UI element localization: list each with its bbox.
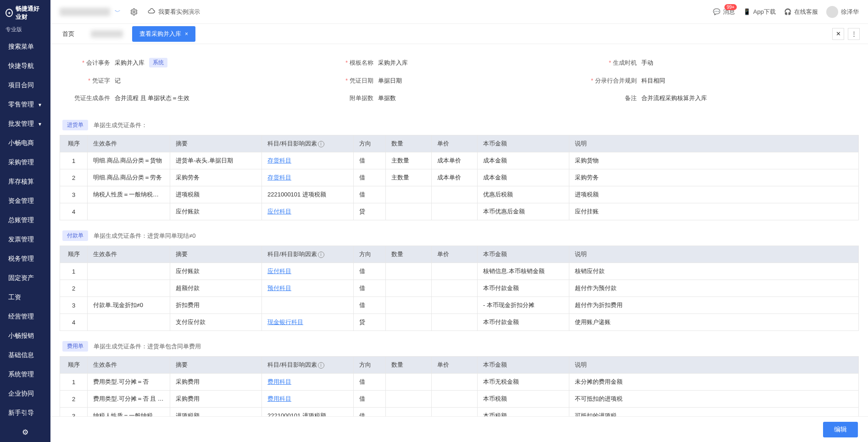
info-icon[interactable]: i xyxy=(318,141,324,147)
settings-gear-icon[interactable]: ⚙ xyxy=(0,422,50,442)
brand-edition: 专业版 xyxy=(0,26,50,37)
sidebar-item-0[interactable]: 搜索菜单 xyxy=(0,37,50,56)
cell-account: 费用科目 xyxy=(262,391,354,408)
table-row: 4应付账款应付科目贷本币优惠后金额应付挂账 xyxy=(60,203,859,220)
cloud-icon xyxy=(147,7,156,17)
footer-bar: 编辑 xyxy=(50,416,868,442)
account-link[interactable]: 存货科目 xyxy=(267,157,291,164)
tab-view-purchase-inbound[interactable]: 查看采购并入库 × xyxy=(132,26,195,42)
sidebar-item-2[interactable]: 项目合同 xyxy=(0,76,50,95)
tab-home[interactable]: 首页 xyxy=(55,26,82,42)
cell-dir: 借 xyxy=(354,169,386,186)
cell-amount: 本币付款金额 xyxy=(478,280,569,297)
cell-qty xyxy=(386,263,432,280)
sidebar-item-6[interactable]: 采购管理 xyxy=(0,153,50,172)
sidebar-item-11[interactable]: 税务管理 xyxy=(0,249,50,269)
cell-account: 应付科目 xyxy=(262,263,354,280)
account-link[interactable]: 应付科目 xyxy=(267,268,291,274)
gear-outline-icon[interactable] xyxy=(129,7,139,17)
cell-seq: 2 xyxy=(60,391,88,408)
tab-blurred[interactable] xyxy=(83,27,130,41)
cell-summary: 折扣费用 xyxy=(170,297,262,314)
cell-account: 现金银行科目 xyxy=(262,314,354,331)
brand-block: ✦ 畅捷通好业财 xyxy=(0,0,50,26)
cell-summary: 采购劳务 xyxy=(170,169,262,186)
account-link[interactable]: 存货科目 xyxy=(267,174,291,181)
cell-price xyxy=(432,408,478,417)
sidebar-item-7[interactable]: 库存核算 xyxy=(0,172,50,191)
messages-button[interactable]: 💬 消息 99+ xyxy=(713,8,735,16)
content-scroll[interactable]: *会计事务 采购并入库 系统 *模板名称 采购并入库 *生成时机 手动 *凭证字… xyxy=(50,44,868,416)
tab-close-all-button[interactable]: ✕ xyxy=(832,28,844,40)
f6-label: 分录行合并规则 xyxy=(595,77,637,84)
edit-button[interactable]: 编辑 xyxy=(823,422,858,437)
cell-desc: 核销应付款 xyxy=(569,263,859,280)
cell-account xyxy=(262,297,354,314)
cell-seq: 1 xyxy=(60,152,88,169)
info-icon[interactable]: i xyxy=(318,252,324,258)
cell-desc: 超付作为折扣费用 xyxy=(569,297,859,314)
th-cond: 生效条件 xyxy=(88,357,170,374)
tab-close-icon[interactable]: × xyxy=(185,31,188,37)
cell-amount: 核销信息.本币核销金额 xyxy=(478,263,569,280)
org-selector[interactable]: ﹀ xyxy=(60,8,121,16)
info-icon[interactable]: i xyxy=(318,362,324,369)
sidebar-item-9[interactable]: 总账管理 xyxy=(0,211,50,230)
sidebar-item-17[interactable]: 系统管理 xyxy=(0,365,50,384)
tab-more-button[interactable]: ⋮ xyxy=(848,28,860,40)
tab-active-label: 查看采购并入库 xyxy=(139,30,181,38)
cell-seq: 4 xyxy=(60,314,88,331)
account-link[interactable]: 预付科目 xyxy=(267,285,291,291)
sidebar-item-4[interactable]: 批发管理▼ xyxy=(0,114,50,134)
sidebar-item-19[interactable]: 新手引导 xyxy=(0,403,50,422)
cell-seq: 4 xyxy=(60,203,88,220)
online-service-button[interactable]: 🎧 在线客服 xyxy=(784,8,818,16)
cell-qty xyxy=(386,374,432,391)
table-row: 2明细.商品.商品分类＝劳务采购劳务存货科目借主数量成本单价成本金额采购劳务 xyxy=(60,169,859,186)
cell-summary: 支付应付款 xyxy=(170,314,262,331)
sidebar-item-13[interactable]: 工资 xyxy=(0,288,50,307)
app-download-button[interactable]: 📱 App下载 xyxy=(743,8,776,16)
f9-label: 备注 xyxy=(625,95,637,101)
sidebar-item-10[interactable]: 发票管理 xyxy=(0,230,50,249)
cell-desc: 未分摊的费用金额 xyxy=(569,374,859,391)
cell-qty xyxy=(386,280,432,297)
cell-seq: 2 xyxy=(60,169,88,186)
th-amount: 本币金额 xyxy=(478,357,569,374)
f1-value: 采购并入库 xyxy=(115,59,145,67)
f4-value: 记 xyxy=(115,77,121,85)
user-menu[interactable]: 徐泽华 xyxy=(826,6,859,18)
th-qty: 数量 xyxy=(386,135,432,152)
sidebar-item-label: 快捷导航 xyxy=(8,62,34,70)
sidebar-item-14[interactable]: 经营管理 xyxy=(0,307,50,326)
table-row: 1费用类型.可分摊＝否采购费用费用科目借本币无税金额未分摊的费用金额 xyxy=(60,374,859,391)
account-link[interactable]: 应付科目 xyxy=(267,208,291,215)
account-link[interactable]: 现金银行科目 xyxy=(267,319,303,325)
sidebar-item-18[interactable]: 企业协同 xyxy=(0,384,50,403)
cell-price: 成本单价 xyxy=(432,152,478,169)
demo-link[interactable]: 我要看实例演示 xyxy=(147,7,200,17)
sidebar-item-3[interactable]: 零售管理▼ xyxy=(0,95,50,114)
cell-price xyxy=(432,186,478,203)
section-tag: 付款单 xyxy=(62,230,88,241)
username: 徐泽华 xyxy=(841,8,859,16)
f3-value: 手动 xyxy=(641,59,653,67)
account-link[interactable]: 费用科目 xyxy=(267,378,291,385)
cell-summary: 应付账款 xyxy=(170,203,262,220)
th-cond: 生效条件 xyxy=(88,246,170,263)
sidebar-item-label: 零售管理 xyxy=(8,101,34,109)
cell-price xyxy=(432,280,478,297)
account-link[interactable]: 费用科目 xyxy=(267,395,291,402)
sidebar-item-8[interactable]: 资金管理 xyxy=(0,191,50,211)
sidebar-item-16[interactable]: 基础信息 xyxy=(0,346,50,365)
sidebar-item-label: 采购管理 xyxy=(8,158,34,167)
th-account: 科目/科目影响因素i xyxy=(262,135,354,152)
cell-amount: - 本币现金折扣分摊 xyxy=(478,297,569,314)
sidebar-item-1[interactable]: 快捷导航 xyxy=(0,56,50,76)
sidebar-item-label: 项目合同 xyxy=(8,81,34,90)
cell-qty xyxy=(386,314,432,331)
cell-dir: 借 xyxy=(354,297,386,314)
sidebar-item-12[interactable]: 固定资产 xyxy=(0,269,50,288)
sidebar-item-5[interactable]: 小畅电商 xyxy=(0,134,50,153)
sidebar-item-15[interactable]: 小畅报销 xyxy=(0,326,50,346)
